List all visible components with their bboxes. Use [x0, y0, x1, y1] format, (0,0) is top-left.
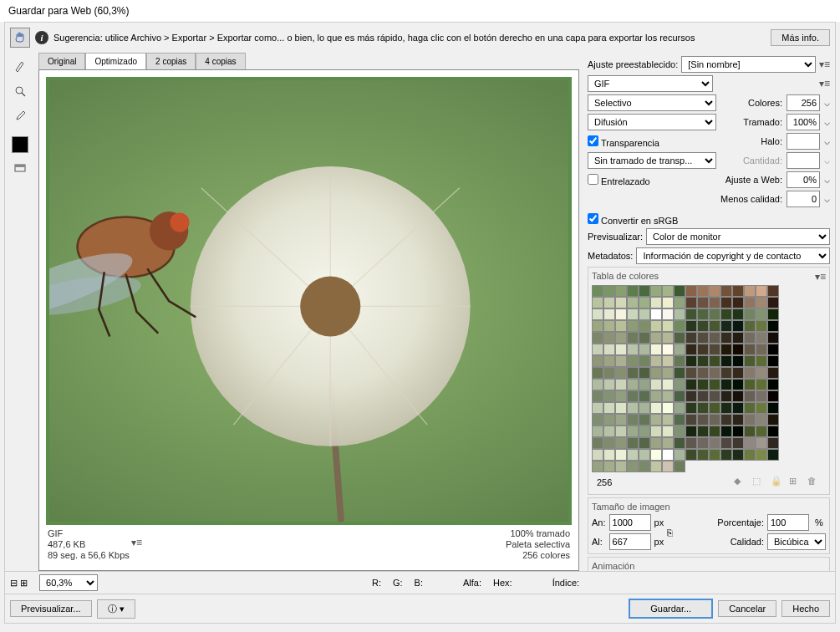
color-swatch-cell[interactable]	[720, 297, 732, 308]
color-swatch-cell[interactable]	[662, 461, 674, 472]
color-swatch-cell[interactable]	[674, 344, 685, 355]
color-swatch-cell[interactable]	[627, 355, 639, 367]
color-swatch-cell[interactable]	[674, 402, 685, 414]
preset-menu-icon[interactable]: ▾≡	[819, 59, 830, 70]
reduction-select[interactable]: Selectivo	[588, 94, 716, 111]
color-swatch-cell[interactable]	[615, 355, 627, 367]
color-swatch-cell[interactable]	[709, 414, 720, 426]
color-swatch-cell[interactable]	[662, 426, 674, 437]
color-swatch-cell[interactable]	[756, 320, 767, 332]
color-swatch-cell[interactable]	[592, 297, 603, 308]
color-swatch-cell[interactable]	[650, 426, 662, 437]
color-swatch-cell[interactable]	[709, 426, 720, 437]
color-swatch-cell[interactable]	[615, 402, 627, 414]
color-swatch-cell[interactable]	[685, 426, 697, 437]
color-swatch-cell[interactable]	[627, 402, 639, 414]
color-swatch-cell[interactable]	[650, 437, 662, 449]
color-swatch-cell[interactable]	[615, 426, 627, 437]
color-swatch-cell[interactable]	[685, 402, 697, 414]
hand-tool[interactable]	[10, 28, 30, 48]
color-swatch-cell[interactable]	[756, 426, 767, 437]
color-swatch-cell[interactable]	[662, 344, 674, 355]
color-swatch-cell[interactable]	[650, 390, 662, 402]
color-swatch-cell[interactable]	[697, 332, 709, 344]
color-swatch-cell[interactable]	[639, 379, 650, 390]
color-swatch-cell[interactable]	[627, 390, 639, 402]
color-swatch-cell[interactable]	[756, 285, 767, 297]
color-swatch-cell[interactable]	[697, 320, 709, 332]
colors-stepper[interactable]: ⌵	[824, 97, 830, 109]
color-swatch-cell[interactable]	[697, 308, 709, 320]
color-swatch-cell[interactable]	[662, 449, 674, 461]
color-swatch-cell[interactable]	[639, 414, 650, 426]
color-swatch-cell[interactable]	[662, 308, 674, 320]
ct-icon-map[interactable]: ⬚	[752, 476, 766, 489]
save-button[interactable]: Guardar...	[629, 599, 713, 619]
color-swatch-cell[interactable]	[627, 297, 639, 308]
color-swatch-cell[interactable]	[592, 449, 603, 461]
color-swatch-cell[interactable]	[662, 437, 674, 449]
color-swatch-cell[interactable]	[662, 285, 674, 297]
color-swatch-cell[interactable]	[603, 320, 615, 332]
color-swatch-cell[interactable]	[662, 297, 674, 308]
matte-input[interactable]	[787, 133, 820, 150]
color-swatch-cell[interactable]	[720, 402, 732, 414]
websnap-stepper[interactable]: ⌵	[824, 174, 830, 186]
color-swatch-cell[interactable]	[732, 355, 744, 367]
dither-select[interactable]: Difusión	[588, 114, 716, 130]
color-swatch-cell[interactable]	[662, 355, 674, 367]
color-swatch-cell[interactable]	[674, 355, 685, 367]
color-swatch-cell[interactable]	[709, 355, 720, 367]
color-swatch-cell[interactable]	[662, 390, 674, 402]
color-swatch-cell[interactable]	[744, 320, 756, 332]
color-swatch-cell[interactable]	[720, 308, 732, 320]
optimize-menu-icon[interactable]: ▾≡	[819, 78, 830, 89]
color-swatch-cell[interactable]	[744, 308, 756, 320]
color-swatch-cell[interactable]	[732, 308, 744, 320]
color-swatch-cell[interactable]	[639, 285, 650, 297]
srgb-check[interactable]	[588, 213, 598, 224]
color-swatch-cell[interactable]	[685, 308, 697, 320]
color-swatch-cell[interactable]	[674, 297, 685, 308]
color-swatch-cell[interactable]	[756, 332, 767, 344]
tab-2up[interactable]: 2 copias	[146, 53, 196, 69]
color-swatch-cell[interactable]	[650, 402, 662, 414]
color-swatch-cell[interactable]	[744, 449, 756, 461]
color-swatch-cell[interactable]	[639, 355, 650, 367]
color-swatch-cell[interactable]	[603, 426, 615, 437]
color-swatch-cell[interactable]	[603, 414, 615, 426]
lossy-stepper[interactable]: ⌵	[824, 193, 830, 205]
color-swatch-cell[interactable]	[709, 297, 720, 308]
color-swatch-cell[interactable]	[732, 379, 744, 390]
color-swatch-cell[interactable]	[732, 367, 744, 379]
color-swatch-cell[interactable]	[697, 344, 709, 355]
color-swatch-cell[interactable]	[767, 297, 779, 308]
color-swatch-cell[interactable]	[767, 402, 779, 414]
color-swatch-cell[interactable]	[627, 379, 639, 390]
color-swatch-cell[interactable]	[639, 426, 650, 437]
color-swatch-cell[interactable]	[732, 344, 744, 355]
interlaced-check[interactable]	[588, 174, 598, 185]
color-swatch-cell[interactable]	[627, 285, 639, 297]
color-swatch-cell[interactable]	[627, 367, 639, 379]
color-swatch-cell[interactable]	[639, 332, 650, 344]
color-swatch-cell[interactable]	[732, 426, 744, 437]
link-icon[interactable]: ⎘	[667, 528, 714, 538]
color-swatch-cell[interactable]	[744, 285, 756, 297]
preview-select[interactable]: Color de monitor	[646, 228, 830, 245]
color-swatch-cell[interactable]	[756, 355, 767, 367]
color-swatch-cell[interactable]	[592, 379, 603, 390]
color-swatch-cell[interactable]	[697, 390, 709, 402]
color-swatch-cell[interactable]	[732, 414, 744, 426]
color-swatch-cell[interactable]	[603, 355, 615, 367]
color-swatch-cell[interactable]	[674, 437, 685, 449]
color-swatch-cell[interactable]	[685, 332, 697, 344]
status-box-icon[interactable]: ⊟ ⊞	[10, 578, 28, 589]
zoom-tool[interactable]	[10, 81, 30, 101]
color-swatch-cell[interactable]	[627, 344, 639, 355]
dither-input[interactable]	[787, 114, 820, 130]
color-swatch-cell[interactable]	[720, 426, 732, 437]
color-swatch-cell[interactable]	[697, 285, 709, 297]
color-swatch-cell[interactable]	[720, 449, 732, 461]
color-swatch-cell[interactable]	[603, 297, 615, 308]
